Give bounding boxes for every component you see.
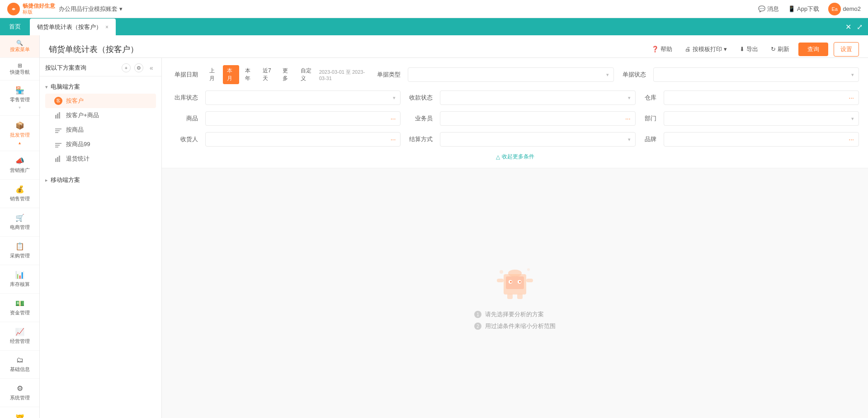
scheme-by-customer-goods[interactable]: 按客户+商品: [45, 108, 156, 123]
svg-rect-3: [59, 112, 60, 119]
sidebar-item-inventory[interactable]: 📊 库存核算: [0, 265, 39, 294]
header-right: 💬 消息 📱 App下载 Ea demo2: [758, 3, 861, 15]
scheme-by-goods[interactable]: 按商品: [45, 123, 156, 137]
doc-status-chevron: [851, 71, 854, 78]
warehouse-dots[interactable]: ···: [849, 94, 854, 101]
app-download-button[interactable]: 📱 App下载: [788, 5, 819, 13]
scheme-chart-icon4: [54, 155, 62, 163]
collapse-filter-button[interactable]: △ 收起更多条件: [496, 153, 534, 161]
warehouse-select[interactable]: ···: [664, 90, 859, 105]
department-select[interactable]: [664, 111, 859, 126]
svg-rect-10: [55, 158, 57, 162]
svg-point-21: [508, 270, 522, 277]
this-month-btn[interactable]: 本月: [223, 65, 239, 84]
department-label: 部门: [643, 114, 656, 123]
sidebar-item-nav[interactable]: ⊞ 快捷导航: [0, 58, 39, 81]
goods-select[interactable]: ···: [205, 111, 401, 126]
sidebar: 🔍 搜索菜单 ⊞ 快捷导航 🏪 零售管理 ▾ 📦 批发管理 ▴ 📣 营销推广 💰…: [0, 35, 40, 418]
receipt-status-select[interactable]: [440, 90, 635, 105]
last7days-btn[interactable]: 近7天: [259, 65, 277, 84]
nav-icon: ⊞: [18, 62, 22, 69]
mobile-group-toggle[interactable]: ▸ 移动端方案: [45, 173, 156, 187]
wholesale-arrow-icon: ▴: [19, 140, 21, 145]
svg-point-17: [510, 281, 512, 283]
more-btn[interactable]: 更多: [278, 65, 294, 84]
sidebar-item-marketing[interactable]: 📣 营销推广: [0, 151, 39, 180]
brand-dots[interactable]: ···: [849, 136, 854, 143]
doc-status-select[interactable]: [653, 67, 859, 82]
svg-rect-20: [526, 279, 533, 282]
query-button[interactable]: 查询: [798, 43, 828, 56]
print-button[interactable]: 🖨 按模板打印 ▾: [681, 43, 731, 55]
export-button[interactable]: ⬇ 导出: [736, 43, 762, 55]
salesperson-select[interactable]: ···: [440, 111, 635, 126]
salesperson-dots[interactable]: ···: [625, 115, 631, 122]
operation-icon: 📈: [15, 328, 24, 336]
receiver-select[interactable]: ···: [205, 132, 401, 147]
this-year-btn[interactable]: 本年: [241, 65, 257, 84]
sidebar-item-purchase[interactable]: 📋 采购管理: [0, 237, 39, 265]
empty-state: 1 请先选择要分析的方案 2 用过滤条件来缩小分析范围: [162, 168, 868, 418]
receiver-dots[interactable]: ···: [391, 136, 396, 143]
svg-rect-8: [55, 145, 60, 146]
sidebar-item-operation[interactable]: 📈 经营管理: [0, 322, 39, 351]
settlement-label: 结算方式: [408, 135, 433, 143]
scheme-by-customer[interactable]: 客 按客户: [45, 94, 156, 108]
receipt-status-label: 收款状态: [408, 94, 433, 102]
search-icon: 🔍: [16, 40, 23, 46]
brand-select[interactable]: ···: [664, 132, 859, 147]
phone-icon: 📱: [788, 5, 795, 12]
empty-tips: 1 请先选择要分析的方案 2 用过滤条件来缩小分析范围: [474, 310, 556, 330]
doc-status-label: 单据状态: [621, 71, 646, 79]
empty-tip-1: 1 请先选择要分析的方案: [474, 310, 556, 318]
add-scheme-button[interactable]: +: [122, 63, 131, 72]
sidebar-item-retail[interactable]: 🏪 零售管理 ▾: [0, 81, 39, 116]
scheme-settings-button[interactable]: ⚙: [134, 63, 143, 72]
window-maximize-icon[interactable]: ⤢: [857, 23, 863, 31]
svg-rect-12: [59, 156, 60, 162]
help-button[interactable]: ❓ 帮助: [648, 43, 676, 55]
settlement-select[interactable]: [440, 132, 635, 147]
user-avatar-area[interactable]: Ea demo2: [828, 3, 861, 15]
sidebar-item-wholesale[interactable]: 📦 批发管理 ▴: [0, 116, 39, 151]
out-status-select[interactable]: [205, 90, 401, 105]
scheme-return-stats[interactable]: 退货统计: [45, 152, 156, 166]
account-selector[interactable]: 办公用品行业模拟账套 ▾: [59, 5, 123, 13]
goods-label: 商品: [171, 114, 198, 123]
doc-type-chevron: [606, 71, 609, 78]
department-chevron: [851, 115, 854, 122]
sidebar-item-finance[interactable]: 💵 资金管理: [0, 294, 39, 322]
sidebar-item-sales[interactable]: 💰 销售管理: [0, 180, 39, 208]
desktop-group-toggle[interactable]: ▾ 电脑端方案: [45, 80, 156, 94]
doc-type-select[interactable]: [408, 67, 613, 82]
tab-sales-stats[interactable]: 销货单统计表（按客户） ×: [30, 19, 116, 36]
tab-close-icon[interactable]: ×: [105, 24, 108, 30]
window-close-icon[interactable]: ✕: [845, 23, 851, 31]
last-month-btn[interactable]: 上月: [205, 65, 221, 84]
settings-button[interactable]: 设置: [834, 42, 859, 57]
svg-rect-9: [55, 147, 58, 147]
sidebar-item-system[interactable]: ⚙ 系统管理: [0, 379, 39, 407]
print-arrow-icon: ▾: [724, 46, 727, 52]
message-button[interactable]: 💬 消息: [758, 5, 779, 13]
scheme-by-goods99[interactable]: 按商品99: [45, 137, 156, 152]
collapse-up-icon: △: [496, 154, 500, 160]
refresh-button[interactable]: ↻ 刷新: [767, 43, 793, 55]
goods-dots[interactable]: ···: [391, 115, 396, 122]
collab-icon: 🤝: [15, 413, 24, 418]
header-left: 畅捷信好生意 标版 办公用品行业模拟账套 ▾: [7, 3, 123, 15]
sidebar-item-ecommerce[interactable]: 🛒 电商管理: [0, 208, 39, 237]
sidebar-item-basic[interactable]: 🗂 基础信息: [0, 351, 39, 379]
sidebar-item-collab[interactable]: 🤝 企业协同: [0, 407, 39, 418]
doc-type-label: 单据类型: [376, 71, 401, 79]
marketing-icon: 📣: [15, 157, 24, 165]
receiver-label: 收货人: [171, 135, 198, 143]
svg-rect-7: [55, 143, 61, 144]
filter-row-4: 收货人 ··· 结算方式 品牌 ···: [171, 132, 859, 147]
sidebar-item-search[interactable]: 🔍 搜索菜单: [0, 35, 39, 58]
print-icon: 🖨: [685, 46, 691, 52]
receipt-status-chevron: [628, 95, 631, 101]
tab-home[interactable]: 首页: [0, 18, 30, 35]
custom-btn[interactable]: 自定义: [297, 65, 316, 84]
panel-collapse-button[interactable]: «: [147, 63, 156, 72]
